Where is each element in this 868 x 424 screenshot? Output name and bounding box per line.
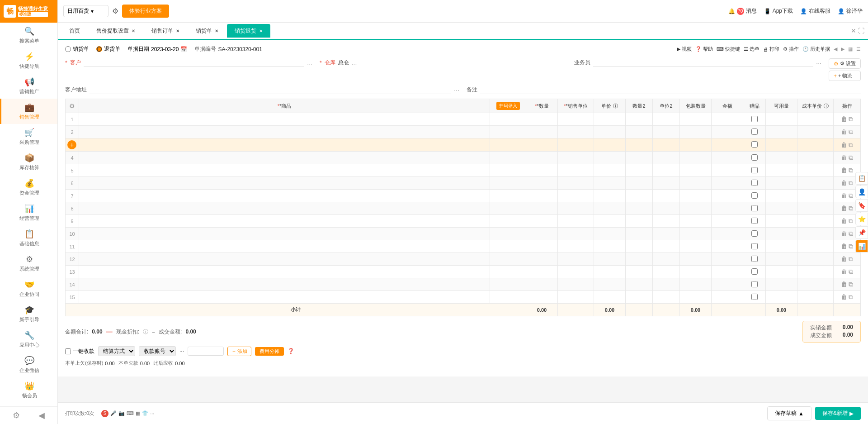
amount-cell-6[interactable] <box>712 177 743 190</box>
qty2-cell-7[interactable] <box>626 190 653 202</box>
tab-price-extract[interactable]: 售价提取设置 ✕ <box>89 24 143 38</box>
cost-cell-1[interactable] <box>797 113 834 126</box>
cost-cell-4[interactable] <box>797 152 834 164</box>
price-cell-1[interactable] <box>594 113 626 126</box>
copy-btn-1[interactable]: ⧉ <box>849 115 853 123</box>
delete-btn-9[interactable]: 🗑 <box>841 217 847 224</box>
print-btn[interactable]: 🖨 打印 <box>763 46 779 52</box>
product-cell-5[interactable] <box>79 164 490 177</box>
pack-cell-14[interactable] <box>680 278 712 291</box>
delete-btn-2[interactable]: 🗑 <box>841 128 847 135</box>
mic-icon[interactable]: 🎤 <box>110 410 117 416</box>
keyboard-layout-icon[interactable]: ⌨ <box>127 410 134 416</box>
pack-cell-15[interactable] <box>680 291 712 304</box>
sidebar-item-sales[interactable]: 💼 销售管理 <box>0 99 57 124</box>
float-btn-2[interactable]: 👤 <box>855 186 868 198</box>
operate-btn[interactable]: ⚙ 操作 <box>783 46 799 52</box>
qty-cell-7[interactable] <box>526 190 558 202</box>
qty2-cell-1[interactable] <box>626 113 653 126</box>
cost-cell-9[interactable] <box>797 215 834 228</box>
unit-cell-1[interactable] <box>558 113 594 126</box>
pack-cell-6[interactable] <box>680 177 712 190</box>
available-cell-4[interactable] <box>766 152 797 164</box>
available-cell-11[interactable] <box>766 240 797 253</box>
cost-cell-12[interactable] <box>797 253 834 266</box>
gift-cell-10[interactable] <box>743 228 766 240</box>
pack-cell-12[interactable] <box>680 253 712 266</box>
grid-view-icon[interactable]: ▦ <box>848 46 853 52</box>
pack-cell-5[interactable] <box>680 164 712 177</box>
sidebar-item-shortcut[interactable]: ⚡ 快捷导航 <box>0 48 57 73</box>
cost-cell-13[interactable] <box>797 266 834 278</box>
price-cell-14[interactable] <box>594 278 626 291</box>
video-btn[interactable]: ▶ 视频 <box>677 46 692 52</box>
tab-home[interactable]: 首页 <box>61 24 88 38</box>
qty2-cell-3[interactable] <box>626 138 653 152</box>
copy-btn-8[interactable]: ⧉ <box>849 205 853 212</box>
amount-cell-4[interactable] <box>712 152 743 164</box>
qty2-cell-4[interactable] <box>626 152 653 164</box>
gift-checkbox-6[interactable] <box>751 180 758 186</box>
qty2-cell-8[interactable] <box>626 202 653 215</box>
pack-cell-7[interactable] <box>680 190 712 202</box>
copy-btn-6[interactable]: ⧉ <box>849 179 853 187</box>
gift-checkbox-8[interactable] <box>751 205 758 211</box>
amount-cell-9[interactable] <box>712 215 743 228</box>
price-cell-5[interactable] <box>594 164 626 177</box>
delete-btn-11[interactable]: 🗑 <box>841 243 847 250</box>
address-more-icon[interactable]: ··· <box>454 86 459 94</box>
amount-cell-5[interactable] <box>712 164 743 177</box>
product-cell-7[interactable] <box>79 190 490 202</box>
remark-input[interactable] <box>480 86 861 94</box>
delete-btn-12[interactable]: 🗑 <box>841 255 847 262</box>
product-input-3[interactable] <box>81 142 488 148</box>
qty-cell-2[interactable] <box>526 126 558 138</box>
tab-close-return[interactable]: ✕ <box>259 29 263 33</box>
copy-btn-11[interactable]: ⧉ <box>849 243 853 250</box>
sidebar-item-appstore[interactable]: 🔧 应用中心 <box>0 327 57 352</box>
sidebar-item-inventory[interactable]: 📦 库存核算 <box>0 149 57 175</box>
product-cell-12[interactable] <box>79 253 490 266</box>
delete-btn-15[interactable]: 🗑 <box>841 293 847 300</box>
sidebar-item-finance[interactable]: 💰 资金管理 <box>0 175 57 200</box>
topbar-settings-icon[interactable]: ⚙ <box>112 7 118 15</box>
copy-btn-4[interactable]: ⧉ <box>849 154 853 162</box>
cost-cell-3[interactable] <box>797 138 834 152</box>
sidebar-item-system[interactable]: ⚙ 系统管理 <box>0 251 57 276</box>
sidebar-item-marketing[interactable]: 📢 营销推广 <box>0 73 57 99</box>
app-download-item[interactable]: 📱 App下载 <box>764 7 793 15</box>
delete-btn-4[interactable]: 🗑 <box>841 154 847 161</box>
gift-checkbox-9[interactable] <box>751 218 758 224</box>
help-btn[interactable]: ❓ 帮助 <box>695 46 713 52</box>
list-view-icon[interactable]: ☰ <box>856 46 861 52</box>
settings-btn[interactable]: ⚙ ⚙ 设置 <box>829 58 861 69</box>
prev-doc-icon[interactable]: ◀ <box>834 46 837 52</box>
gift-cell-7[interactable] <box>743 190 766 202</box>
sidebar-item-wechat[interactable]: 💬 企业微信 <box>0 352 57 377</box>
price-cell-7[interactable] <box>594 190 626 202</box>
gift-cell-9[interactable] <box>743 215 766 228</box>
product-cell-10[interactable] <box>79 228 490 240</box>
available-cell-3[interactable] <box>766 138 797 152</box>
amount-cell-14[interactable] <box>712 278 743 291</box>
price-cell-4[interactable] <box>594 152 626 164</box>
amount-cell-15[interactable] <box>712 291 743 304</box>
product-cell-3[interactable] <box>79 138 490 152</box>
tab-close-price[interactable]: ✕ <box>132 29 135 33</box>
pack-cell-4[interactable] <box>680 152 712 164</box>
product-cell-8[interactable] <box>79 202 490 215</box>
available-cell-10[interactable] <box>766 228 797 240</box>
pack-cell-11[interactable] <box>680 240 712 253</box>
gift-cell-3[interactable] <box>743 138 766 152</box>
delete-btn-13[interactable]: 🗑 <box>841 268 847 275</box>
product-cell-2[interactable] <box>79 126 490 138</box>
price-cell-8[interactable] <box>594 202 626 215</box>
unit-cell-7[interactable] <box>558 190 594 202</box>
qty-cell-10[interactable] <box>526 228 558 240</box>
qty-cell-14[interactable] <box>526 278 558 291</box>
available-cell-12[interactable] <box>766 253 797 266</box>
gift-checkbox-10[interactable] <box>751 230 758 237</box>
cost-cell-15[interactable] <box>797 291 834 304</box>
warehouse-more-icon[interactable]: ... <box>352 59 357 67</box>
product-cell-14[interactable] <box>79 278 490 291</box>
